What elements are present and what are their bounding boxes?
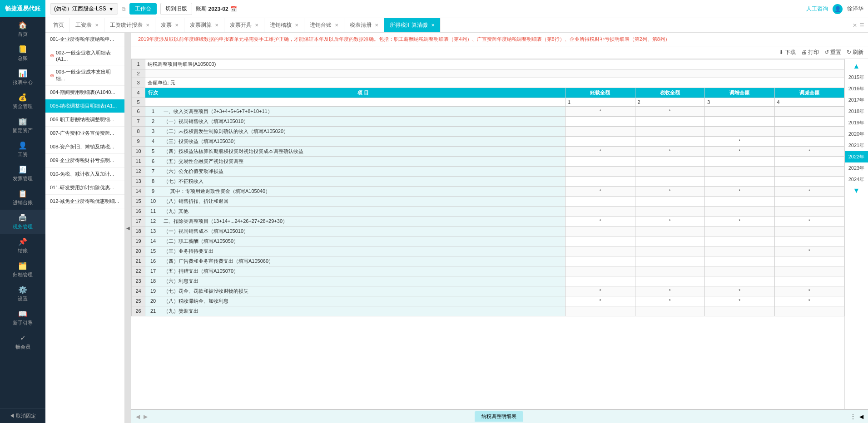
subheader-1: 1 <box>565 98 635 106</box>
table-row: 25 20 （八）税收滞纳金、加收利息 * * * * <box>132 296 844 306</box>
home-icon: 🏠 <box>18 21 27 30</box>
tab-salary[interactable]: 工资表 ✕ <box>70 18 104 32</box>
year-nav-up[interactable]: ▲ <box>852 61 862 72</box>
tab-menu-icon[interactable]: ☰ <box>859 22 864 29</box>
year-2022[interactable]: 2022年 <box>845 151 868 162</box>
ledger-icon: 📒 <box>18 45 27 54</box>
copy-icon[interactable]: ⧉ <box>122 6 126 12</box>
left-panel-item-012[interactable]: 012-减免企业所得税优惠明细... <box>45 195 124 208</box>
year-2023[interactable]: 2023年 <box>845 162 868 174</box>
year-2016[interactable]: 2016年 <box>845 83 868 94</box>
sidebar-item-member[interactable]: ✓ 畅会员 <box>0 330 45 354</box>
sidebar-item-purchase-sales[interactable]: 📋 进销台账 <box>0 186 45 210</box>
company-selector[interactable]: (勿动）江西股金-LSS ▼ <box>50 3 118 15</box>
year-2015[interactable]: 2015年 <box>845 72 868 83</box>
year-2019[interactable]: 2019年 <box>845 117 868 128</box>
sidebar-item-assets-mgmt[interactable]: 💰 资金管理 <box>0 89 45 113</box>
table-row: 18 13 （一）视同销售成本（填写A105010） <box>132 226 844 236</box>
error-icon-003: ⊗ <box>50 73 54 79</box>
table-row: 6 1 一、收入类调整项目（2+3+4+5+6+7+8+10+11） * * <box>132 106 844 116</box>
spreadsheet-container[interactable]: 1 纳税调整项目明细表(A105000) 2 3 全额单位 <box>131 59 844 409</box>
sidebar-item-reports[interactable]: 📊 报表中心 <box>0 65 45 89</box>
sheet-toolbar: ⬇ 下载 🖨 打印 ↺ 重置 ↻ 刷新 <box>131 46 868 59</box>
print-button[interactable]: 🖨 打印 <box>801 49 819 56</box>
scroll-left-icon[interactable]: ◀ <box>859 413 863 420</box>
close-tab-invoice[interactable]: ✕ <box>175 23 179 28</box>
sidebar-item-ledger[interactable]: 📒 总账 <box>0 41 45 65</box>
close-tab-invoice-open[interactable]: ✕ <box>255 23 258 28</box>
close-tab-salary-report[interactable]: ✕ <box>146 23 149 28</box>
left-panel-item-005[interactable]: 005-纳税调整项目明细表(A1... <box>45 99 124 113</box>
sidebar-item-close[interactable]: 📌 结账 <box>0 234 45 258</box>
sidebar-item-invoice-mgmt[interactable]: 🧾 发票管理 <box>0 162 45 186</box>
left-panel-item-008[interactable]: 008-资产折旧、摊销及纳税... <box>45 140 124 154</box>
print-icon: 🖨 <box>801 49 807 55</box>
left-panel-item-009[interactable]: 009-企业所得税财补亏损明... <box>45 154 124 167</box>
left-panel-item-001[interactable]: 001-企业所得税年度纳税申... <box>45 33 124 46</box>
left-panel-item-004[interactable]: 004-期间费用明细表(A1040... <box>45 86 124 99</box>
nav-next-icon[interactable]: ▶ <box>144 413 148 420</box>
tab-home[interactable]: 首页 <box>48 18 70 32</box>
year-2024[interactable]: 2024年 <box>845 174 868 185</box>
tab-tax-in[interactable]: 进销稽核 ✕ <box>264 18 304 32</box>
close-tab-tax-ledger[interactable]: ✕ <box>335 23 338 28</box>
col4-header: 调减全额 <box>774 88 844 98</box>
left-panel-item-003[interactable]: ⊗ 003-一般企业成本支出明细... <box>45 65 124 86</box>
tab-invoice-open[interactable]: 发票开具 ✕ <box>224 18 264 32</box>
year-2018[interactable]: 2018年 <box>845 106 868 117</box>
close-tab-tax-clear[interactable]: ✕ <box>375 23 378 28</box>
year-nav-down[interactable]: ▼ <box>852 185 862 196</box>
close-tab-income-tax[interactable]: ✕ <box>431 23 435 28</box>
close-tab-salary[interactable]: ✕ <box>95 23 99 28</box>
sidebar-item-archive[interactable]: 🗂️ 归档管理 <box>0 258 45 282</box>
table-row: 10 5 （四）按权益法核算长期股权投资对初始投资成本调整确认收益 * * * … <box>132 146 844 156</box>
sidebar-item-new-guide[interactable]: 📖 新手引导 <box>0 306 45 330</box>
nav-prev-icon[interactable]: ◀ <box>136 413 140 420</box>
reset-button[interactable]: ↺ 重置 <box>824 49 841 56</box>
unpin-sidebar[interactable]: ◀ 取消固定 <box>0 408 45 423</box>
tab-invoice[interactable]: 发票 ✕ <box>155 18 184 32</box>
sheet-tab-main[interactable]: 纳税调整明细表 <box>475 411 523 422</box>
download-button[interactable]: ⬇ 下载 <box>779 49 796 56</box>
close-tab-tax-in[interactable]: ✕ <box>295 23 298 28</box>
year-2020[interactable]: 2020年 <box>845 128 868 140</box>
table-row: 12 7 （六）公允价值变动净损益 <box>132 166 844 176</box>
tab-tax-ledger[interactable]: 进销台账 ✕ <box>304 18 344 32</box>
sidebar-item-home[interactable]: 🏠 首页 <box>0 17 45 41</box>
close-all-tabs[interactable]: ✕ <box>853 22 857 29</box>
tax-icon: 🖨️ <box>18 213 27 222</box>
refresh-button[interactable]: ↻ 刷新 <box>847 49 863 56</box>
left-panel: 001-企业所得税年度纳税申... ⊗ 002-一般企业收入明细表(A1... … <box>45 33 125 423</box>
left-panel-item-011[interactable]: 011-研发费用加计扣除优惠... <box>45 181 124 195</box>
archive-icon: 🗂️ <box>18 261 27 270</box>
consult-link[interactable]: 人工咨询 <box>806 5 828 13</box>
fixed-assets-icon: 🏢 <box>18 117 27 126</box>
sidebar-item-settings[interactable]: ⚙️ 设置 <box>0 282 45 306</box>
table-row: 8 3 （二）未按权责发生制原则确认的收入（填写A105020） <box>132 126 844 136</box>
table-row: 14 9 其中：专项用途财政性资金（填写A105040） * * * * <box>132 186 844 196</box>
old-version-button[interactable]: 切到旧版 <box>160 3 192 15</box>
tab-invoice-calc[interactable]: 发票测算 ✕ <box>184 18 224 32</box>
table-title: 纳税调整项目明细表(A105000) <box>145 59 844 69</box>
sidebar-item-tax-mgmt[interactable]: 🖨️ 税务管理 <box>0 210 45 234</box>
main-area: (勿动）江西股金-LSS ▼ ⧉ 工作台 切到旧版 账期 2023-02 📅 人… <box>45 0 868 423</box>
sidebar-item-fixed-assets[interactable]: 🏢 固定资产 <box>0 113 45 138</box>
right-panel: 2019年度涉及取以前年度继续数据的申报表单元格需要手工维护正确，才能保证本年及… <box>131 33 868 423</box>
calendar-icon[interactable]: 📅 <box>230 6 237 12</box>
left-panel-item-002[interactable]: ⊗ 002-一般企业收入明细表(A1... <box>45 46 124 65</box>
table-row: 20 15 （三）业务招待要支出 * <box>132 246 844 256</box>
workbench-button[interactable]: 工作台 <box>129 3 157 15</box>
left-panel-item-006[interactable]: 006-职工薪酬纳税调整明细... <box>45 113 124 127</box>
collapse-left-panel[interactable]: ◀ <box>125 33 131 423</box>
left-panel-item-007[interactable]: 007-广告费和业务宣传费跨... <box>45 127 124 140</box>
tab-salary-report[interactable]: 工资统计报表 ✕ <box>104 18 155 32</box>
sidebar-item-salary[interactable]: 👤 工资 <box>0 138 45 162</box>
close-tab-invoice-calc[interactable]: ✕ <box>215 23 218 28</box>
year-panel: ▲ 2015年 2016年 2017年 2018年 2019年 2020年 20… <box>844 59 868 409</box>
year-2017[interactable]: 2017年 <box>845 94 868 106</box>
table-unit-row: 3 全额单位: 元 <box>132 78 844 88</box>
tab-income-tax[interactable]: 所得税汇算清缴 ✕ <box>384 18 441 32</box>
year-2021[interactable]: 2021年 <box>845 140 868 151</box>
left-panel-item-010[interactable]: 010-免税、减计收入及加计... <box>45 167 124 181</box>
tab-tax-clear[interactable]: 税表清册 ✕ <box>344 18 384 32</box>
